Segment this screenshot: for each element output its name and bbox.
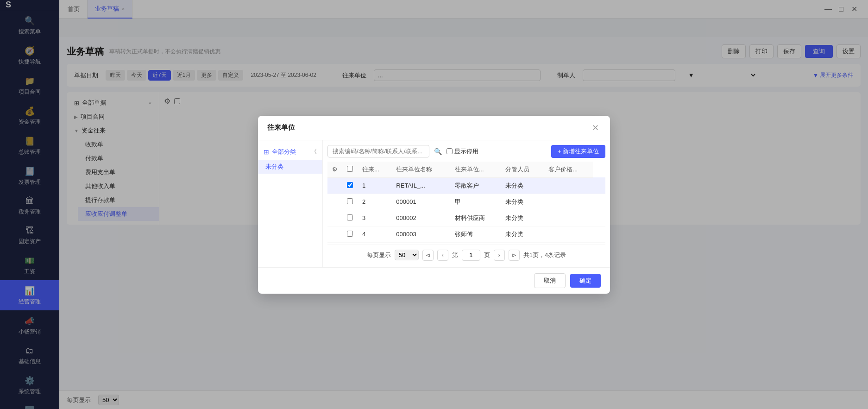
row-settings (327, 194, 342, 210)
col-settings-header[interactable]: ⚙ (327, 162, 342, 178)
grid-icon: ⊞ (264, 148, 269, 156)
row-category: 未分类 (501, 210, 544, 226)
row-manager (544, 177, 593, 194)
row-checkbox[interactable] (347, 231, 353, 237)
row-settings (327, 210, 342, 226)
row-settings (327, 177, 342, 194)
modal-footer: 取消 确定 (258, 267, 610, 294)
col-code-header: 往来... (358, 162, 391, 178)
modal-pagination: 每页显示 50 100 200 ⊲ ‹ 第 页 › ⊳ 共1页，4条记录 (327, 245, 605, 263)
page-suffix: 页 (484, 251, 490, 259)
modal-body: ⊞ 全部分类 《 未分类 🔍 显示停用 + 新增往来单位 (258, 140, 610, 267)
modal-tree-uncategorized[interactable]: 未分类 (258, 160, 322, 174)
show-disabled-checkbox[interactable] (447, 148, 453, 154)
first-page-button[interactable]: ⊲ (422, 250, 434, 261)
row-code: RETAIL_... (391, 177, 450, 194)
per-page-label: 每页显示 (367, 251, 391, 259)
search-icon: 🔍 (434, 148, 442, 155)
row-num: 2 (358, 194, 391, 210)
row-checkbox[interactable] (347, 198, 353, 204)
add-partner-button[interactable]: + 新增往来单位 (551, 145, 605, 158)
row-cb[interactable] (342, 210, 358, 226)
row-name: 张师傅 (450, 226, 501, 242)
col-category-header: 往来单位... (450, 162, 501, 178)
modal-table: ⚙ 往来... 往来单位名称 往来单位... 分管人员 客户价格... (327, 162, 605, 243)
row-name: 甲 (450, 194, 501, 210)
page-label: 第 (452, 251, 458, 259)
col-manager-header: 分管人员 (501, 162, 544, 178)
modal-search-bar: 🔍 显示停用 + 新增往来单位 (327, 145, 605, 158)
modal-table-wrap: ⚙ 往来... 往来单位名称 往来单位... 分管人员 客户价格... (327, 162, 605, 243)
table-row[interactable]: 3 000002 材料供应商 未分类 (327, 210, 605, 226)
modal-collapse-icon[interactable]: 《 (311, 148, 317, 156)
modal-main: 🔍 显示停用 + 新增往来单位 ⚙ 往来... (323, 140, 610, 267)
table-row[interactable]: 2 000001 甲 未分类 (327, 194, 605, 210)
prev-page-button[interactable]: ‹ (437, 250, 448, 261)
row-category: 未分类 (501, 194, 544, 210)
row-code: 000001 (391, 194, 450, 210)
col-price-header: 客户价格... (544, 162, 593, 178)
select-all-modal-checkbox[interactable] (347, 166, 353, 172)
last-page-button[interactable]: ⊳ (509, 250, 520, 261)
col-checkbox-header[interactable] (342, 162, 358, 178)
modal-close-button[interactable]: ✕ (590, 122, 601, 133)
row-manager (544, 226, 593, 242)
table-row[interactable]: 4 000003 张师傅 未分类 (327, 226, 605, 242)
row-price (593, 210, 605, 226)
row-name: 零散客户 (450, 177, 501, 194)
modal-tree-all[interactable]: ⊞ 全部分类 《 (258, 144, 322, 160)
row-num: 4 (358, 226, 391, 242)
page-input[interactable] (462, 250, 480, 261)
row-num: 1 (358, 177, 391, 194)
row-category: 未分类 (501, 226, 544, 242)
total-info: 共1页，4条记录 (523, 251, 566, 259)
row-cb[interactable] (342, 194, 358, 210)
modal-sidebar: ⊞ 全部分类 《 未分类 (258, 140, 323, 267)
row-price (593, 226, 605, 242)
modal-tree-all-label: 全部分类 (272, 148, 296, 156)
row-settings (327, 226, 342, 242)
row-code: 000002 (391, 210, 450, 226)
row-code: 000003 (391, 226, 450, 242)
per-page-select[interactable]: 50 100 200 (395, 250, 419, 260)
modal-overlay: 往来单位 ✕ ⊞ 全部分类 《 未分类 🔍 (0, 0, 868, 409)
confirm-button[interactable]: 确定 (570, 274, 601, 288)
row-checkbox[interactable] (347, 182, 353, 188)
cancel-button[interactable]: 取消 (534, 273, 566, 288)
col-name-header: 往来单位名称 (391, 162, 450, 178)
row-manager (544, 194, 593, 210)
row-manager (544, 210, 593, 226)
next-page-button[interactable]: › (494, 250, 505, 261)
modal-search-input[interactable] (327, 145, 429, 157)
row-num: 3 (358, 210, 391, 226)
show-disabled-label[interactable]: 显示停用 (447, 147, 478, 156)
settings-icon: ⚙ (332, 166, 338, 173)
row-name: 材料供应商 (450, 210, 501, 226)
row-category: 未分类 (501, 177, 544, 194)
table-row[interactable]: 1 RETAIL_... 零散客户 未分类 (327, 177, 605, 194)
row-cb[interactable] (342, 226, 358, 242)
partner-modal: 往来单位 ✕ ⊞ 全部分类 《 未分类 🔍 (258, 116, 610, 294)
row-cb[interactable] (342, 177, 358, 194)
row-price (593, 177, 605, 194)
row-price (593, 194, 605, 210)
row-checkbox[interactable] (347, 214, 353, 220)
modal-title: 往来单位 (267, 123, 295, 132)
modal-header: 往来单位 ✕ (258, 116, 610, 140)
